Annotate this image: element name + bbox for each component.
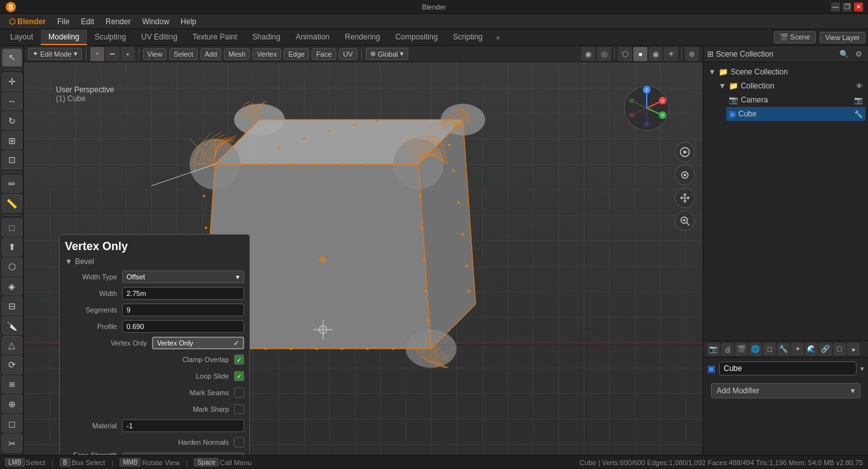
spin-button[interactable]: ⟳ [2, 356, 22, 374]
width-field[interactable]: 2.75m [122, 287, 244, 300]
move-tool-button[interactable]: ↔ [2, 92, 22, 111]
outliner-cube[interactable]: ▣ Cube 🔧 [726, 107, 865, 121]
harden-normals-checkbox[interactable] [234, 437, 244, 447]
object-props-icon[interactable]: ◻ [763, 343, 776, 356]
physics-props-icon[interactable]: 🌊 [805, 343, 818, 356]
width-type-dropdown[interactable]: Offset ▾ [122, 270, 244, 283]
menu-blender[interactable]: ⬡ Blender [4, 16, 51, 27]
minimize-button[interactable]: — [831, 3, 840, 11]
face-strength-dropdown[interactable]: None ▾ [122, 452, 244, 455]
vertex-only-button[interactable]: Vertex Only ✓ [152, 337, 244, 349]
menu-help[interactable]: Help [176, 16, 202, 27]
knife-button[interactable]: 🔪 [2, 316, 22, 335]
tab-uv-editing[interactable]: UV Editing [134, 29, 185, 45]
scene-selector[interactable]: 🎬 Scene [774, 31, 816, 43]
mark-seams-checkbox[interactable] [234, 388, 244, 398]
material-field[interactable]: -1 [122, 419, 244, 432]
clamp-overlap-checkbox[interactable] [234, 354, 244, 365]
poly-build-button[interactable]: △ [2, 336, 22, 354]
transform-orientation[interactable]: ⊕ Global ▾ [366, 48, 408, 60]
collection-hide-icon[interactable]: 👁 [856, 82, 863, 90]
zoom-button[interactable] [675, 211, 695, 231]
tab-texture-paint[interactable]: Texture Paint [185, 29, 245, 45]
segments-field[interactable]: 9 [122, 304, 244, 316]
close-button[interactable]: ✕ [854, 3, 863, 11]
tab-shading[interactable]: Shading [245, 29, 288, 45]
add-cube-button[interactable]: □ [2, 218, 22, 237]
outliner-search-button[interactable]: 🔍 [837, 50, 851, 59]
view-layer-selector[interactable]: View Layer [820, 32, 865, 43]
mode-selector[interactable]: ✦ Edit Mode ▾ [28, 48, 82, 60]
overlay-button[interactable]: ◉ [581, 47, 595, 61]
tab-rendering[interactable]: Rendering [337, 29, 387, 45]
material-props-icon[interactable]: ● [847, 343, 860, 356]
scene-props-icon[interactable]: 🎬 [735, 343, 748, 356]
outliner-collection[interactable]: ▼ 📁 Collection 👁 [716, 79, 865, 93]
add-menu[interactable]: Add [200, 48, 222, 60]
modifier-props-icon[interactable]: 🔧 [777, 343, 790, 356]
rendered-button[interactable]: ☀ [664, 47, 678, 61]
rotate-tool-button[interactable]: ↻ [2, 111, 22, 130]
edge-menu[interactable]: Edge [284, 48, 309, 60]
camera-view-button[interactable] [675, 142, 695, 162]
menu-render[interactable]: Render [100, 16, 135, 27]
face-select-button[interactable]: ▪ [121, 47, 135, 61]
vertex-select-button[interactable]: • [90, 47, 104, 61]
cursor-tool-button[interactable]: ✛ [2, 73, 22, 91]
camera-restrict-icon[interactable]: 📷 [854, 96, 863, 104]
bevel-collapse-icon[interactable]: ▼ [65, 257, 72, 266]
select-tool-button[interactable]: ↖ [2, 48, 22, 67]
tab-sculpting[interactable]: Sculpting [87, 29, 134, 45]
viewport[interactable]: ✦ Edit Mode ▾ • ━ ▪ View Select Add Mesh… [24, 46, 703, 455]
tab-scripting[interactable]: Scripting [445, 29, 490, 45]
bevel-button[interactable]: ◈ [2, 277, 22, 296]
tab-modeling[interactable]: Modeling [41, 29, 87, 45]
solid-button[interactable]: ● [633, 47, 647, 61]
transform-tool-button[interactable]: ⊡ [2, 151, 22, 169]
add-workspace-button[interactable]: + [490, 29, 506, 45]
tab-animation[interactable]: Animation [288, 29, 337, 45]
vertex-menu[interactable]: Vertex [252, 48, 281, 60]
profile-field[interactable]: 0.690 [122, 320, 244, 333]
extrude-button[interactable]: ⬆ [2, 238, 22, 256]
wireframe-button[interactable]: ⬡ [618, 47, 632, 61]
annotate-tool-button[interactable]: ✏ [2, 175, 22, 193]
viewport-3d[interactable]: User Perspective (1) Cube Z X [24, 62, 703, 455]
outliner-filter-button[interactable]: ⚙ [853, 50, 864, 59]
view-menu[interactable]: View [143, 48, 167, 60]
edge-select-button[interactable]: ━ [106, 47, 120, 61]
measure-tool-button[interactable]: 📏 [2, 194, 22, 213]
menu-window[interactable]: Window [137, 16, 174, 27]
mark-sharp-checkbox[interactable] [234, 404, 244, 414]
loop-slide-checkbox[interactable] [234, 371, 244, 381]
scale-tool-button[interactable]: ⊞ [2, 131, 22, 150]
menu-edit[interactable]: Edit [76, 16, 99, 27]
face-menu[interactable]: Face [312, 48, 336, 60]
render-view-button[interactable] [675, 165, 695, 185]
shrink-fatten-button[interactable]: ⊕ [2, 395, 22, 413]
xray-button[interactable]: ◎ [597, 47, 611, 61]
outliner-scene-collection[interactable]: ▼ 📁 Scene Collection [706, 65, 865, 79]
loop-cut-button[interactable]: ⊟ [2, 297, 22, 315]
add-modifier-button[interactable]: Add Modifier ▾ [711, 383, 860, 398]
grab-button[interactable] [675, 188, 695, 208]
inset-button[interactable]: ⬡ [2, 258, 22, 276]
data-props-icon[interactable]: ⬡ [833, 343, 846, 356]
tab-layout[interactable]: Layout [3, 29, 41, 45]
mesh-menu[interactable]: Mesh [224, 48, 250, 60]
gizmo-toggle[interactable]: ⊕ [685, 47, 699, 61]
menu-file[interactable]: File [52, 16, 74, 27]
world-props-icon[interactable]: 🌐 [749, 343, 762, 356]
axis-gizmo[interactable]: Z X Y [623, 85, 671, 134]
particles-props-icon[interactable]: ✦ [791, 343, 804, 356]
tab-compositing[interactable]: Compositing [388, 29, 446, 45]
constraints-props-icon[interactable]: 🔗 [819, 343, 832, 356]
output-props-icon[interactable]: 🖨 [721, 343, 734, 356]
maximize-button[interactable]: ❐ [843, 3, 851, 11]
object-name-field[interactable]: Cube [719, 361, 857, 375]
render-props-icon[interactable]: 📷 [707, 343, 720, 356]
uv-menu[interactable]: UV [339, 48, 357, 60]
select-menu[interactable]: Select [169, 48, 198, 60]
shear-button[interactable]: ◻ [2, 414, 22, 433]
rip-button[interactable]: ✂ [2, 434, 22, 452]
